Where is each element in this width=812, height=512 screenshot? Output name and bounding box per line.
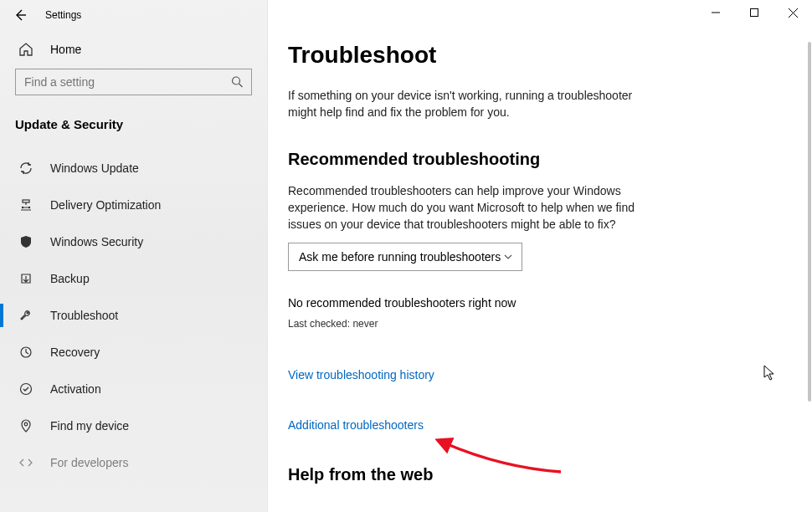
- home-label: Home: [50, 43, 81, 56]
- svg-rect-7: [751, 9, 758, 17]
- sidebar-nav: Windows Update Delivery Optimization Win…: [0, 150, 267, 481]
- close-button[interactable]: [773, 0, 812, 25]
- help-web-heading: Help from the web: [288, 465, 812, 484]
- delivery-icon: [18, 197, 33, 212]
- svg-point-3: [28, 207, 30, 208]
- sidebar-item-label: Find my device: [50, 419, 129, 433]
- sidebar-item-troubleshoot[interactable]: Troubleshoot: [0, 297, 267, 334]
- sidebar-item-windows-update[interactable]: Windows Update: [0, 150, 267, 187]
- sidebar-item-label: Troubleshoot: [50, 309, 118, 322]
- scrollbar-thumb[interactable]: [808, 42, 811, 402]
- maximize-icon: [750, 8, 758, 17]
- minimize-icon: [712, 8, 720, 17]
- sidebar-item-label: Backup: [50, 272, 90, 285]
- sidebar-item-label: Windows Security: [50, 235, 143, 248]
- sidebar-item-label: Activation: [50, 382, 101, 396]
- wrench-icon: [18, 308, 33, 323]
- no-recommended-text: No recommended troubleshooters right now: [288, 296, 812, 310]
- sidebar-item-label: Recovery: [50, 346, 100, 359]
- last-checked-text: Last checked: never: [288, 318, 812, 330]
- scrollbar[interactable]: [807, 42, 812, 410]
- close-icon: [789, 8, 798, 18]
- arrow-left-icon: [13, 8, 27, 22]
- minimize-button[interactable]: [696, 0, 735, 25]
- page-title: Troubleshoot: [288, 42, 812, 69]
- recommended-heading: Recommended troubleshooting: [288, 150, 812, 169]
- main-pane: Troubleshoot If something on your device…: [268, 0, 812, 512]
- maximize-button[interactable]: [735, 0, 773, 25]
- sidebar-section-title: Update & Security: [0, 95, 267, 141]
- window-controls: [696, 0, 812, 25]
- additional-troubleshooters-link[interactable]: Additional troubleshooters: [288, 418, 424, 432]
- sidebar-item-label: Windows Update: [50, 161, 139, 175]
- sidebar-item-activation[interactable]: Activation: [0, 371, 267, 407]
- troubleshoot-pref-select[interactable]: Ask me before running troubleshooters: [288, 243, 522, 271]
- search-input[interactable]: [15, 69, 252, 95]
- dev-icon: [18, 455, 33, 470]
- app-title: Settings: [45, 9, 81, 21]
- svg-point-5: [21, 384, 32, 395]
- select-value: Ask me before running troubleshooters: [299, 250, 501, 264]
- svg-rect-1: [23, 200, 29, 202]
- sidebar-item-windows-security[interactable]: Windows Security: [0, 223, 267, 260]
- svg-point-6: [24, 422, 28, 426]
- location-icon: [18, 418, 33, 433]
- shield-icon: [18, 234, 33, 249]
- check-circle-icon: [18, 381, 33, 397]
- chevron-down-icon: [503, 252, 513, 262]
- back-button[interactable]: [7, 2, 33, 28]
- sidebar-item-find-my-device[interactable]: Find my device: [0, 407, 267, 444]
- view-history-link[interactable]: View troubleshooting history: [288, 368, 434, 381]
- recommended-body: Recommended troubleshooters can help imp…: [288, 182, 656, 233]
- sync-icon: [18, 161, 33, 176]
- svg-point-2: [22, 207, 23, 208]
- sidebar: Settings Home Update & Security Windo: [0, 0, 268, 512]
- home-icon: [18, 42, 33, 57]
- titlebar: Settings: [0, 0, 267, 30]
- sidebar-item-label: For developers: [50, 456, 128, 469]
- sidebar-item-backup[interactable]: Backup: [0, 260, 267, 297]
- recovery-icon: [18, 345, 33, 360]
- sidebar-item-delivery-optimization[interactable]: Delivery Optimization: [0, 187, 267, 223]
- sidebar-item-recovery[interactable]: Recovery: [0, 334, 267, 371]
- sidebar-item-label: Delivery Optimization: [50, 198, 161, 212]
- backup-icon: [18, 271, 33, 286]
- sidebar-home[interactable]: Home: [0, 30, 267, 69]
- sidebar-item-for-developers[interactable]: For developers: [0, 444, 267, 481]
- intro-text: If something on your device isn't workin…: [288, 87, 656, 121]
